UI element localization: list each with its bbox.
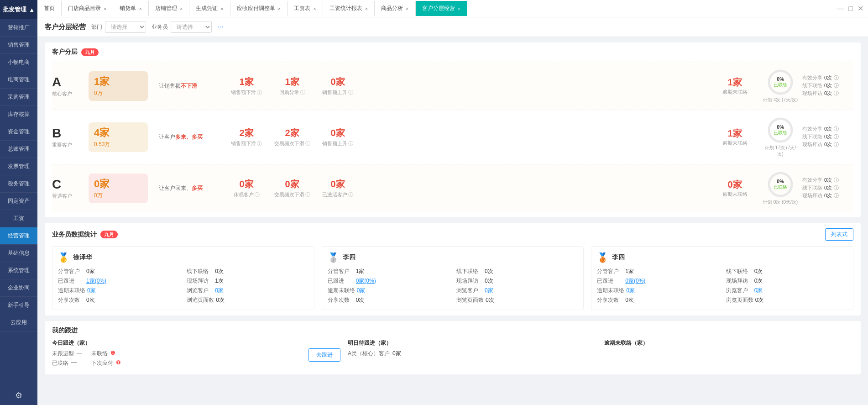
sp-stat-2-7: 浏览页面数 0次 bbox=[726, 296, 847, 304]
tab-close-客户分层经营[interactable]: × bbox=[458, 6, 460, 11]
tab-客户分层经营[interactable]: 客户分层经营× bbox=[416, 1, 467, 16]
tab-商品分析[interactable]: 商品分析× bbox=[375, 1, 415, 16]
customer-tier-section: 客户分层 九月 A 核心客户 1家 0万 让销售额不下滑 1家 销售额下滑 ⓘ … bbox=[45, 42, 861, 217]
tab-close-销货单[interactable]: × bbox=[139, 6, 141, 11]
tier-label-C: C 普通客户 bbox=[52, 177, 89, 200]
sidebar-item-销售管理[interactable]: 销售管理 bbox=[0, 37, 37, 54]
tier-side-stats-A: 有效分享 0次 ⓘ 线下联络 0次 ⓘ 现场拜访 0次 ⓘ bbox=[799, 74, 853, 98]
sidebar-header: 批发管理 ▲ bbox=[0, 0, 37, 19]
sp-stat-1-1: 线下联络 0次 bbox=[456, 268, 578, 275]
sidebar-item-采购管理[interactable]: 采购管理 bbox=[0, 89, 37, 106]
sidebar-item-资金管理[interactable]: 资金管理 bbox=[0, 123, 37, 141]
sp-stat-1-7: 浏览页面数 0次 bbox=[456, 296, 578, 304]
sidebar-item-新手引导[interactable]: 新手引导 bbox=[0, 297, 37, 314]
tab-close-店铺管理[interactable]: × bbox=[180, 6, 183, 11]
tab-门店商品目录[interactable]: 门店商品目录× bbox=[62, 1, 113, 16]
biz-select[interactable]: 请选择 bbox=[171, 21, 212, 33]
customer-tier-month: 九月 bbox=[81, 48, 99, 56]
tab-bar: 首页门店商品目录×销货单×店铺管理×生成凭证×应收应付调整单×工资表×工资统计报… bbox=[37, 0, 868, 17]
tier-metrics-B: 2家 销售额下滑 ⓘ 2家 交易频次下滑 ⓘ 0家 销售额上升 ⓘ bbox=[228, 127, 707, 147]
sp-stat-0-7: 浏览页面数 0次 bbox=[187, 296, 308, 304]
tier-row-C: C 普通客户 0家 0万 让客户回来、多买 0家 休眠客户 ⓘ 0家 交易频次下… bbox=[52, 164, 853, 212]
tomorrow-row-1: A类（核心）客户 0家 bbox=[348, 350, 597, 358]
sidebar-item-固定资产[interactable]: 固定资产 bbox=[0, 193, 37, 210]
followup-row-3: 未联络 ❶ bbox=[91, 350, 121, 358]
tab-销货单[interactable]: 销货单× bbox=[113, 1, 148, 16]
today-followup-col: 今日跟进（家） 未跟进型 — 已联络 — bbox=[52, 339, 301, 369]
dept-filter: 部门 请选择 bbox=[91, 21, 146, 33]
metric-销售额上升: 0家 销售额上升 ⓘ bbox=[319, 127, 356, 147]
page-title: 客户分层经营 bbox=[45, 23, 86, 32]
sp-stat-0-3: 现场拜访 1次 bbox=[187, 277, 308, 285]
tier-amount-A: 0万 bbox=[94, 89, 142, 97]
goto-followup-btn[interactable]: 去跟进 bbox=[309, 348, 340, 362]
tier-count-B: 4家 bbox=[94, 126, 142, 140]
tab-工资统计报表[interactable]: 工资统计报表× bbox=[323, 1, 375, 16]
tab-close-门店商品目录[interactable]: × bbox=[104, 6, 106, 11]
salesperson-card-1: 🥈 李四 分管客户 1家 线下联络 0次 已跟进 0家(0%) bbox=[322, 246, 584, 310]
salesperson-card-2: 🥉 李四 分管客户 1家 线下联络 0次 已跟进 0家(0%) bbox=[591, 246, 853, 310]
tier-metrics-A: 1家 销售额下滑 ⓘ 1家 回购异常 ⓘ 0家 销售额上升 ⓘ bbox=[228, 76, 707, 96]
sidebar-item-经营管理[interactable]: 经营管理 bbox=[0, 227, 37, 245]
tab-应收应付调整单[interactable]: 应收应付调整单× bbox=[230, 1, 288, 16]
window-maximize-icon[interactable]: □ bbox=[848, 5, 853, 13]
tab-close-生成凭证[interactable]: × bbox=[220, 6, 223, 11]
sp-stat-0-4: 逾期未联络 0家 bbox=[58, 287, 179, 295]
sp-header-0: 🥇 徐泽华 bbox=[58, 252, 309, 263]
sp-header-1: 🥈 李四 bbox=[328, 252, 578, 263]
sidebar-item-工资[interactable]: 工资 bbox=[0, 210, 37, 227]
tier-metrics-C: 0家 休眠客户 ⓘ 0家 交易频次下滑 ⓘ 0家 已激活客户 ⓘ bbox=[228, 178, 707, 198]
sidebar-title: 批发管理 bbox=[3, 5, 26, 14]
tab-店铺管理[interactable]: 店铺管理× bbox=[149, 1, 189, 16]
tier-stats-C: 0家 0万 bbox=[89, 174, 148, 203]
sidebar-item-企业协同[interactable]: 企业协同 bbox=[0, 279, 37, 297]
sp-stat-2-2: 已跟进 0家(0%) bbox=[597, 277, 718, 285]
sidebar-item-库存核算[interactable]: 库存核算 bbox=[0, 106, 37, 123]
metric-休眠客户: 0家 休眠客户 ⓘ bbox=[228, 178, 265, 198]
sp-medal-1: 🥈 bbox=[328, 252, 339, 263]
sidebar-item-发票管理[interactable]: 发票管理 bbox=[0, 158, 37, 175]
tab-首页[interactable]: 首页 bbox=[37, 1, 62, 16]
sidebar-item-基础信息[interactable]: 基础信息 bbox=[0, 245, 37, 262]
salesperson-card-0: 🥇 徐泽华 分管客户 0家 线下联络 0次 已跟进 1家(0%) bbox=[52, 246, 314, 310]
business-stats-section: 业务员数据统计 九月 列表式 🥇 徐泽华 分管客户 0家 线下联络 0次 bbox=[45, 223, 861, 316]
tier-count-C: 0家 bbox=[94, 177, 142, 191]
sidebar-item-营销推广[interactable]: 营销推广 bbox=[0, 19, 37, 37]
sidebar-item-电商管理[interactable]: 电商管理 bbox=[0, 71, 37, 89]
tab-生成凭证[interactable]: 生成凭证× bbox=[189, 1, 230, 16]
sp-medal-2: 🥉 bbox=[597, 252, 608, 263]
window-minimize-icon[interactable]: — bbox=[837, 5, 844, 13]
tier-amount-B: 0.53万 bbox=[94, 141, 142, 148]
tab-close-工资表[interactable]: × bbox=[313, 6, 316, 11]
tab-close-商品分析[interactable]: × bbox=[406, 6, 408, 11]
tier-contact-A: 1家 逾期未联络 bbox=[707, 76, 762, 95]
list-view-btn[interactable]: 列表式 bbox=[825, 228, 853, 241]
window-close-icon[interactable]: ✕ bbox=[858, 4, 863, 13]
sidebar-item-总账管理[interactable]: 总账管理 bbox=[0, 141, 37, 158]
sidebar-toggle-icon[interactable]: ▲ bbox=[29, 6, 35, 13]
followup-grid: 今日跟进（家） 未跟进型 — 已联络 — bbox=[52, 339, 853, 369]
metric-交易频次下滑: 0家 交易频次下滑 ⓘ bbox=[274, 178, 310, 198]
tier-row-A: A 核心客户 1家 0万 让销售额不下滑 1家 销售额下滑 ⓘ 1家 回购异常 … bbox=[52, 62, 853, 110]
sp-name-2: 李四 bbox=[612, 253, 625, 262]
metric-交易频次下滑: 2家 交易频次下滑 ⓘ bbox=[274, 127, 310, 147]
tab-close-工资统计报表[interactable]: × bbox=[365, 6, 368, 11]
sidebar-item-系统管理[interactable]: 系统管理 bbox=[0, 262, 37, 279]
tab-工资表[interactable]: 工资表× bbox=[288, 1, 323, 16]
sidebar-item-小畅电商[interactable]: 小畅电商 bbox=[0, 54, 37, 71]
sidebar-item-云应用[interactable]: 云应用 bbox=[0, 314, 37, 331]
metric-销售额下滑: 1家 销售额下滑 ⓘ bbox=[228, 76, 265, 96]
sidebar-settings-icon[interactable]: ⚙ bbox=[0, 386, 37, 405]
dept-select[interactable]: 请选择 bbox=[105, 21, 146, 33]
tier-count-A: 1家 bbox=[94, 75, 142, 89]
tab-close-应收应付调整单[interactable]: × bbox=[278, 6, 281, 11]
sp-stat-1-2: 已跟进 0家(0%) bbox=[328, 277, 449, 285]
sp-medal-0: 🥇 bbox=[58, 252, 69, 263]
sp-stat-0-0: 分管客户 0家 bbox=[58, 268, 179, 275]
more-filters-btn[interactable]: ··· bbox=[217, 23, 223, 31]
sidebar-item-税务管理[interactable]: 税务管理 bbox=[0, 175, 37, 193]
tier-suggestion-B: 让客户多来、多买 bbox=[155, 133, 228, 141]
sp-stat-0-5: 浏览客户 0家 bbox=[187, 287, 308, 295]
sp-stat-0-6: 分享次数 0次 bbox=[58, 296, 179, 304]
sp-stat-0-2: 已跟进 1家(0%) bbox=[58, 277, 179, 285]
